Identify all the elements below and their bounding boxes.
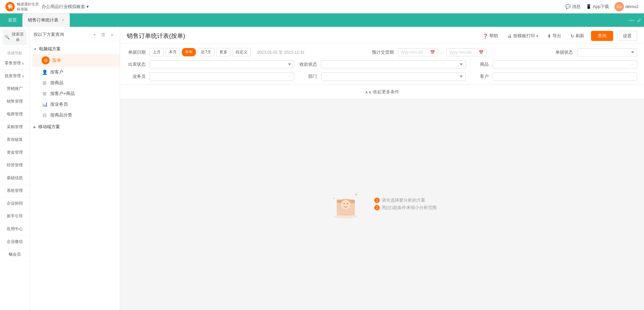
page-header-actions: ❓ 帮助 🖨 按模板打印 ▾ ⬇ 导出 ↻ (480, 31, 637, 41)
scheme-item-by-goods-category[interactable]: ⊟ 按商品分类 (32, 110, 120, 120)
export-btn[interactable]: ⬇ 导出 (545, 32, 564, 40)
filter-row-2: 出库状态 收款状态 商品 (127, 60, 637, 68)
sidebar-item-system-mgmt[interactable]: 系统管理 (0, 185, 29, 197)
collapse-conditions-btn[interactable]: ∧∧ 收起更多条件 (361, 88, 403, 96)
date-btn-custom[interactable]: 自定义 (232, 48, 251, 56)
receive-status-block (321, 60, 466, 68)
tab-close-btn[interactable]: × (62, 18, 64, 22)
sidebar-nav-label: 快捷导航 (0, 48, 29, 57)
sidebar-item-inventory-calc[interactable]: 库存核算 (0, 134, 29, 146)
top-bar-right: 💬 消息 📱 App下载 Ea demo2 (565, 2, 639, 11)
salesperson-select[interactable]: ··· (150, 72, 294, 81)
edit-icon: ☰ (101, 32, 105, 37)
date-btn-this-month[interactable]: 本月 (166, 48, 180, 56)
search-menu-btn[interactable]: 🔍 搜索菜单 (3, 30, 26, 45)
tree-arrow-icon-mobile: ▶ (34, 125, 36, 129)
scheme-item-by-salesperson[interactable]: 📊 按业务员 (32, 99, 120, 110)
dept-select[interactable] (321, 72, 466, 81)
search-icon: 🔍 (5, 35, 10, 40)
mobile-scheme-group: ▶ 移动端方案 (30, 122, 120, 132)
customer-select[interactable]: ··· (493, 72, 637, 81)
empty-state: ✦ ✦ 1 请先选择要分析的方案 2 用[过滤]条件来缩小分析范围 (314, 173, 450, 237)
goods-select[interactable]: ··· (493, 60, 637, 68)
sidebar-item-finance-mgmt[interactable]: 资金管理 (0, 146, 29, 159)
query-btn[interactable]: 查询 (591, 31, 613, 41)
tab-bar: 首页 销售订单统计表 × — ⤢ (0, 13, 644, 27)
tab-sales-stats[interactable]: 销售订单统计表 × (22, 13, 70, 27)
refresh-btn[interactable]: ↻ 刷新 (568, 32, 587, 40)
pc-scheme-children: 按 按单 👤 按客户 ⊞ 按商品 ⊞ 按客户+ (32, 54, 120, 120)
mobile-scheme-header[interactable]: ▶ 移动端方案 (30, 122, 120, 132)
export-icon: ⬇ (547, 34, 551, 39)
user-area[interactable]: Ea demo2 (614, 2, 639, 11)
filter-row-3: 业务员 ··· 部门 客户 (127, 72, 637, 81)
pc-scheme-header[interactable]: ▼ 电脑端方案 (30, 44, 120, 54)
pc-scheme-label: 电脑端方案 (39, 46, 61, 52)
scheme-icon-by-order: 按 (42, 56, 50, 64)
top-bar-title[interactable]: 办公用品行业模拟账套 ▾ (42, 4, 89, 10)
empty-illustration: ✦ ✦ (327, 186, 364, 223)
scheme-icon-by-goods-category: ⊟ (42, 112, 48, 118)
scheme-icon-by-goods: ⊞ (42, 80, 48, 86)
sidebar-item-ops-mgmt[interactable]: 经营管理 (0, 159, 29, 172)
top-bar: 畅 畅捷通好生意 标准版 办公用品行业模拟账套 ▾ 💬 消息 📱 App下载 E… (0, 0, 644, 13)
scheme-item-by-customer-goods[interactable]: ⊞ 按客户+商品 (32, 88, 120, 99)
scheme-tree: ▼ 电脑端方案 按 按单 👤 按客户 ⊞ (30, 41, 120, 310)
sidebar-item-basic-info[interactable]: 基础信息 (0, 172, 29, 185)
scheme-icon-by-customer: 👤 (42, 69, 48, 75)
sidebar-item-member[interactable]: 畅会员 (0, 248, 29, 261)
main-layout: 🔍 搜索菜单 快捷导航 零售管理 ▲ 批发管理 ▲ 营销推广 销售管理 电商管理… (0, 27, 644, 310)
empty-svg: ✦ ✦ (327, 186, 364, 223)
sidebar-item-wholesale-mgmt[interactable]: 批发管理 ▲ (0, 70, 29, 83)
app-icon: 📱 (586, 4, 591, 9)
help-icon: ❓ (483, 34, 488, 39)
help-btn[interactable]: ❓ 帮助 (480, 32, 501, 40)
refresh-icon: ↻ (571, 34, 574, 39)
settings-btn[interactable]: 设置 (617, 31, 637, 41)
date-separator: — (440, 50, 444, 55)
customer-label: 客户 (470, 73, 489, 80)
pc-scheme-group: ▼ 电脑端方案 按 按单 👤 按客户 ⊞ (30, 44, 120, 120)
sidebar-item-new-guide[interactable]: 新手引导 (0, 210, 29, 223)
filter-row-1: 单据日期 上月 本月 本年 近7天 更多 自定义 2023-01-01 至 20… (127, 48, 637, 56)
window-minimize-btn[interactable]: — (629, 17, 634, 23)
date-btn-this-year[interactable]: 本年 (182, 48, 196, 56)
add-scheme-btn[interactable]: + (91, 31, 98, 38)
edit-scheme-btn[interactable]: ☰ (100, 31, 107, 38)
left-panel-title: 按以下方案查询 (34, 32, 89, 38)
print-icon: 🖨 (507, 34, 512, 39)
collapse-panel-btn[interactable]: « (108, 31, 116, 38)
sidebar-item-retail-mgmt[interactable]: 零售管理 ▲ (0, 57, 29, 70)
date-btn-more[interactable]: 更多 (216, 48, 230, 56)
calendar-icon: 📅 (430, 50, 435, 55)
tab-home[interactable]: 首页 (3, 13, 22, 27)
sidebar-item-sales-mgmt[interactable]: 销售管理 (0, 95, 29, 108)
scheme-item-by-goods[interactable]: ⊞ 按商品 (32, 78, 120, 88)
delivery-date-to[interactable]: yyyy-mm-dd 📅 (446, 48, 487, 56)
sidebar-item-ecommerce-mgmt[interactable]: 电商管理 (0, 108, 29, 121)
sidebar-item-app-center[interactable]: 应用中心 (0, 223, 29, 236)
svg-text:✦: ✦ (332, 197, 335, 200)
scheme-item-by-order[interactable]: 按 按单 (32, 54, 120, 67)
chevron-icon: ▲ (21, 74, 25, 78)
date-btn-last-7-days[interactable]: 近7天 (198, 48, 214, 56)
avatar: Ea (614, 2, 624, 11)
sidebar-item-marketing[interactable]: 营销推广 (0, 83, 29, 95)
sidebar-item-purchase-mgmt[interactable]: 采购管理 (0, 121, 29, 134)
delivery-date-from[interactable]: yyyy-mm-dd 📅 (398, 48, 438, 56)
scheme-item-by-customer[interactable]: 👤 按客户 (32, 67, 120, 78)
receive-status-select[interactable] (321, 60, 466, 68)
sidebar-item-enterprise-collab[interactable]: 企业协同 (0, 197, 29, 210)
window-maximize-btn[interactable]: ⤢ (637, 17, 641, 23)
doc-status-select[interactable] (577, 48, 637, 56)
sidebar-item-enterprise-wechat[interactable]: 企业微信 (0, 236, 29, 248)
svg-point-5 (347, 203, 348, 204)
tree-arrow-icon: ▼ (34, 47, 37, 51)
date-btn-last-month[interactable]: 上月 (150, 48, 164, 56)
message-action[interactable]: 💬 消息 (565, 4, 581, 10)
empty-hints: 1 请先选择要分析的方案 2 用[过滤]条件来缩小分析范围 (374, 197, 436, 212)
empty-content: ✦ ✦ 1 请先选择要分析的方案 2 用[过滤]条件来缩小分析范围 (327, 186, 436, 223)
ship-status-select[interactable] (150, 60, 294, 68)
app-download-action[interactable]: 📱 App下载 (586, 4, 609, 10)
template-print-btn[interactable]: 🖨 按模板打印 ▾ (505, 32, 541, 40)
